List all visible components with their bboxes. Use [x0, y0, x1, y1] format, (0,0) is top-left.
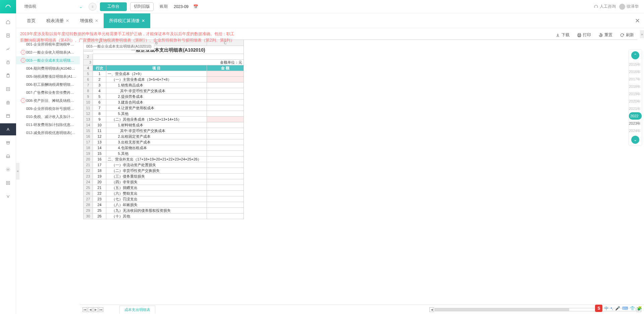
- nav-home-icon[interactable]: [0, 16, 16, 28]
- cell-amount[interactable]: [207, 77, 244, 82]
- download-button[interactable]: 下载: [555, 32, 570, 38]
- row-num[interactable]: 29: [84, 208, 93, 213]
- form-list-item[interactable]: 010-免税、减计收入及加计…: [16, 113, 80, 121]
- cell-rownum[interactable]: 7: [93, 105, 106, 111]
- ime-brand-icon[interactable]: S: [595, 305, 602, 312]
- cell-amount[interactable]: [207, 82, 244, 88]
- sheet-tab[interactable]: 成本支出明细表: [119, 306, 155, 314]
- cell-amount[interactable]: [207, 111, 244, 117]
- tab[interactable]: 所得税汇算清缴✕: [104, 13, 150, 28]
- cell-amount[interactable]: [207, 134, 244, 139]
- round-menu-icon[interactable]: [89, 3, 97, 11]
- ime-punct-icon[interactable]: •,: [610, 306, 613, 311]
- cell-amount[interactable]: [207, 185, 244, 191]
- cell-item[interactable]: 其中:非货币性资产交换成本: [106, 88, 207, 94]
- cell-rownum[interactable]: 12: [93, 134, 106, 139]
- row-num[interactable]: 6: [84, 77, 93, 82]
- cell-rownum[interactable]: 2: [93, 77, 106, 82]
- print-button[interactable]: 打印: [577, 32, 591, 38]
- cell-rownum[interactable]: 4: [93, 88, 106, 94]
- row-num[interactable]: 23: [84, 174, 93, 179]
- cell-rownum[interactable]: 16: [93, 156, 106, 162]
- tab[interactable]: 首页: [21, 13, 41, 28]
- cell-amount[interactable]: [207, 202, 244, 208]
- year-item[interactable]: 2018年: [629, 83, 642, 90]
- row-num[interactable]: 24: [84, 179, 93, 185]
- row-num[interactable]: 13: [84, 117, 93, 122]
- cell-rownum[interactable]: 14: [93, 145, 106, 151]
- cell-amount[interactable]: [207, 162, 244, 168]
- hscroll-left[interactable]: ◀: [429, 307, 434, 312]
- nav-play-icon[interactable]: [0, 177, 16, 189]
- close-icon[interactable]: ✕: [95, 18, 98, 23]
- ime-mic-icon[interactable]: 🎤: [615, 306, 620, 311]
- nav-money-icon[interactable]: [0, 56, 16, 68]
- cell-item[interactable]: （五）捐赠支出: [106, 185, 207, 191]
- cell-rownum[interactable]: 22: [93, 191, 106, 196]
- close-icon[interactable]: ✕: [66, 18, 69, 23]
- year-item[interactable]: 2021年: [629, 105, 642, 112]
- cell-item[interactable]: 3.建造合同成本: [106, 100, 207, 105]
- cell-amount[interactable]: [207, 208, 244, 213]
- cell-item[interactable]: （八）坏账损失: [106, 202, 207, 208]
- cell-amount[interactable]: [207, 174, 244, 179]
- cell-item[interactable]: 4.让渡资产使用权成本: [106, 105, 207, 111]
- nav-chart-icon[interactable]: [0, 43, 16, 55]
- year-item[interactable]: 2020年: [629, 98, 642, 105]
- cell-rownum[interactable]: 19: [93, 174, 106, 179]
- cell-amount[interactable]: [207, 156, 244, 162]
- refresh-button[interactable]: 刷新: [620, 32, 634, 38]
- cell-item[interactable]: 1.材料销售成本: [106, 122, 207, 128]
- form-list-item[interactable]: 011-研发费用加计扣除优惠…: [16, 121, 80, 129]
- calendar-icon[interactable]: 📅: [193, 4, 198, 9]
- cell-item[interactable]: 1.销售商品成本: [106, 82, 207, 88]
- sheet-nav-last[interactable]: ⏭: [99, 307, 103, 312]
- sheet-nav-next[interactable]: ▶: [93, 307, 98, 312]
- row-num[interactable]: 2: [84, 54, 93, 60]
- row-num[interactable]: 7: [84, 82, 93, 88]
- row-num[interactable]: 15: [84, 128, 93, 134]
- cell-item[interactable]: 4.包装物出租成本: [106, 145, 207, 151]
- cell-rownum[interactable]: 5: [93, 94, 106, 100]
- cell-rownum[interactable]: 24: [93, 202, 106, 208]
- row-num[interactable]: 8: [84, 88, 93, 94]
- cell-item[interactable]: （二）其他业务成本（10+12+13+14+15）: [106, 117, 207, 122]
- cell-item[interactable]: （七）罚没支出: [106, 196, 207, 202]
- cell-rownum[interactable]: 6: [93, 100, 106, 105]
- year-item[interactable]: 2024年: [629, 127, 642, 134]
- cell-rownum[interactable]: 15: [93, 151, 106, 156]
- sheet-nav-prev[interactable]: ◀: [88, 307, 93, 312]
- cell-amount[interactable]: [207, 128, 244, 134]
- nav-list-icon[interactable]: [0, 83, 16, 95]
- cell-rownum[interactable]: 18: [93, 168, 106, 174]
- row-num[interactable]: 20: [84, 156, 93, 162]
- row-num[interactable]: 19: [84, 151, 93, 156]
- cell-rownum[interactable]: 26: [93, 213, 106, 219]
- cell-item[interactable]: 2.提供劳务成本: [106, 94, 207, 100]
- nav-temple-icon[interactable]: [0, 97, 16, 109]
- nav-inbox-icon[interactable]: [0, 150, 16, 162]
- cell-amount[interactable]: [207, 168, 244, 174]
- cell-amount[interactable]: [207, 100, 244, 105]
- cell-amount[interactable]: [207, 94, 244, 100]
- cell-amount[interactable]: [207, 122, 244, 128]
- switch-old-button[interactable]: 切到旧版: [130, 2, 154, 11]
- cell-rownum[interactable]: 23: [93, 196, 106, 202]
- cell-amount[interactable]: [207, 213, 244, 219]
- reset-button[interactable]: 重置: [598, 32, 612, 38]
- cell-rownum[interactable]: 3: [93, 82, 106, 88]
- row-num[interactable]: 25: [84, 185, 93, 191]
- nav-settings-icon[interactable]: [0, 164, 16, 176]
- ime-toolbox-icon[interactable]: 🧩: [637, 306, 642, 311]
- cell-item[interactable]: 其中:非货币性资产交换成本: [106, 128, 207, 134]
- app-logo[interactable]: [0, 0, 16, 13]
- collapse-left-handle[interactable]: «: [16, 163, 19, 180]
- cell-amount[interactable]: [207, 117, 244, 122]
- nav-calendar-icon[interactable]: [0, 110, 16, 122]
- form-list-item[interactable]: 002-一般企业收入明细表(A…: [16, 48, 80, 56]
- cell-item[interactable]: （三）债务重组损失: [106, 174, 207, 179]
- cell-item[interactable]: 一、营业成本（2+9）: [106, 71, 207, 77]
- tax-type-dropdown[interactable]: 增值税 ⌄: [21, 2, 85, 11]
- row-num[interactable]: 12: [84, 111, 93, 117]
- cell-rownum[interactable]: 10: [93, 122, 106, 128]
